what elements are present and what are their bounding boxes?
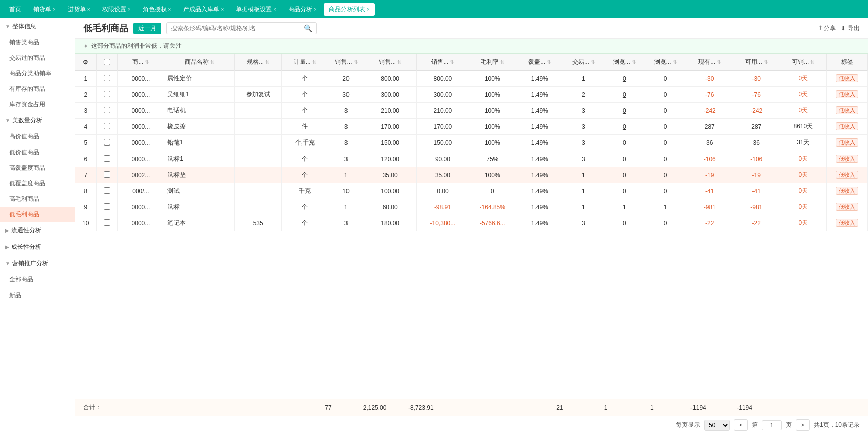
nav-template-settings[interactable]: 单据模板设置 × (231, 3, 281, 16)
col-settings[interactable]: ⚙ (75, 54, 96, 71)
cell-checkbox[interactable] (96, 135, 117, 151)
cell-name[interactable]: 笔记本 (164, 215, 235, 231)
sidebar-item-traded-products[interactable]: 交易过的商品 (0, 50, 75, 66)
sidebar-item-product-category-rate[interactable]: 商品分类助销率 (0, 66, 75, 81)
row-checkbox[interactable] (104, 155, 110, 162)
sidebar-item-low-value[interactable]: 低价值商品 (0, 144, 75, 160)
gross-margin-sort-icon[interactable]: ⇅ (500, 59, 504, 65)
row-checkbox[interactable] (104, 107, 110, 113)
search-input[interactable] (171, 25, 304, 32)
spec-sort-icon[interactable]: ⇅ (265, 59, 269, 65)
col-checkbox[interactable] (96, 54, 117, 71)
sales-qty-sort-icon[interactable]: ⇅ (354, 59, 358, 65)
sales-profit-sort-icon[interactable]: ⇅ (450, 59, 454, 65)
cell-checkbox[interactable] (96, 199, 117, 215)
browse1-sort-icon[interactable]: ⇅ (632, 59, 636, 65)
cell-browse1[interactable]: 1 (604, 199, 645, 215)
code-sort-icon[interactable]: ⇅ (145, 59, 149, 65)
sidebar-item-sales-products[interactable]: 销售类商品 (0, 35, 75, 50)
cell-checkbox[interactable] (96, 215, 117, 231)
nav-product-warehousing[interactable]: 产成品入库单 × (178, 3, 229, 16)
page-size-select[interactable]: 50 100 (704, 420, 730, 431)
sidebar-item-low-coverage[interactable]: 低覆盖度商品 (0, 176, 75, 191)
nav-template-settings-close[interactable]: × (273, 7, 276, 12)
row-checkbox[interactable] (104, 75, 110, 81)
cell-browse1[interactable]: 0 (604, 183, 645, 199)
cell-checkbox[interactable] (96, 103, 117, 119)
sidebar-group-marketing[interactable]: ▼ 营销推广分析 (0, 255, 75, 272)
cell-name[interactable]: 电话机 (164, 103, 235, 119)
nav-role-auth[interactable]: 角色授权 × (138, 3, 177, 16)
cell-name[interactable]: 铅笔1 (164, 135, 235, 151)
cell-checkbox[interactable] (96, 167, 117, 183)
nav-home[interactable]: 首页 (4, 3, 26, 16)
sidebar-item-high-value[interactable]: 高价值商品 (0, 129, 75, 144)
nav-purchase-order-close[interactable]: × (87, 7, 90, 12)
nav-product-analysis[interactable]: 商品分析 × (283, 3, 322, 16)
coverage-sort-icon[interactable]: ⇅ (547, 59, 551, 65)
unit-sort-icon[interactable]: ⇅ (312, 59, 316, 65)
cell-name[interactable]: 鼠标垫 (164, 167, 235, 183)
page-number-input[interactable] (762, 420, 782, 430)
sidebar-item-new-products[interactable]: 新品 (0, 287, 75, 303)
next-page-button[interactable]: ＞ (796, 419, 810, 431)
row-checkbox[interactable] (104, 203, 110, 210)
table-container[interactable]: ⚙ 商...⇅ 商品名称⇅ 规格...⇅ (75, 54, 868, 399)
nav-permission[interactable]: 权限设置 × (97, 3, 136, 16)
cell-browse1[interactable]: 0 (604, 87, 645, 103)
nav-product-analysis-list-close[interactable]: × (367, 7, 370, 12)
nav-permission-close[interactable]: × (128, 7, 131, 12)
cell-name[interactable]: 鼠标 (164, 199, 235, 215)
nav-product-analysis-close[interactable]: × (314, 7, 317, 12)
cell-name[interactable]: 属性定价 (164, 71, 235, 87)
nav-product-analysis-list[interactable]: 商品分析列表 × (324, 3, 375, 16)
sidebar-group-quantity-analysis[interactable]: ▼ 美数量分析 (0, 112, 75, 129)
cell-checkbox[interactable] (96, 183, 117, 199)
share-button[interactable]: ⤴ 分享 (819, 24, 836, 33)
cell-browse1[interactable]: 0 (604, 119, 645, 135)
row-checkbox[interactable] (104, 123, 110, 129)
row-checkbox[interactable] (104, 219, 110, 226)
cell-checkbox[interactable] (96, 119, 117, 135)
cell-checkbox[interactable] (96, 71, 117, 87)
nav-product-warehousing-close[interactable]: × (221, 7, 224, 12)
available-sort-icon[interactable]: ⇅ (764, 59, 768, 65)
row-checkbox[interactable] (104, 91, 110, 97)
select-all-checkbox[interactable] (104, 59, 110, 65)
cell-browse1[interactable]: 0 (604, 151, 645, 167)
cell-name[interactable]: 吴细细1 (164, 87, 235, 103)
name-sort-icon[interactable]: ⇅ (210, 59, 214, 65)
filter-recent-month-button[interactable]: 近一月 (133, 23, 161, 34)
nav-role-auth-close[interactable]: × (168, 7, 171, 12)
nav-purchase-order[interactable]: 进货单 × (63, 3, 95, 16)
sales-amount-sort-icon[interactable]: ⇅ (397, 59, 401, 65)
transaction-sort-icon[interactable]: ⇅ (591, 59, 595, 65)
browse2-sort-icon[interactable]: ⇅ (673, 59, 677, 65)
cell-browse1[interactable]: 0 (604, 135, 645, 151)
export-button[interactable]: ⬇ 导出 (841, 24, 860, 33)
sidebar-group-liquidity[interactable]: ▶ 流通性分析 (0, 222, 75, 239)
prev-page-button[interactable]: ＜ (734, 419, 748, 431)
nav-sales-order[interactable]: 销货单 × (28, 3, 61, 16)
row-checkbox[interactable] (104, 139, 110, 146)
settings-icon[interactable]: ⚙ (83, 59, 88, 66)
sidebar-item-inventory-capital[interactable]: 库存资金占用 (0, 97, 75, 112)
cell-browse1[interactable]: 0 (604, 103, 645, 119)
cell-checkbox[interactable] (96, 87, 117, 103)
search-icon[interactable]: 🔍 (304, 24, 312, 32)
search-box[interactable]: 🔍 (166, 22, 317, 34)
sidebar-item-high-margin[interactable]: 高毛利商品 (0, 191, 75, 207)
cell-browse1[interactable]: 0 (604, 167, 645, 183)
cell-browse1[interactable]: 0 (604, 215, 645, 231)
nav-sales-order-close[interactable]: × (53, 7, 56, 12)
row-checkbox[interactable] (104, 171, 110, 178)
sidebar-item-high-coverage[interactable]: 高覆盖度商品 (0, 160, 75, 176)
sidebar-item-low-margin[interactable]: 低毛利商品 (0, 207, 75, 222)
sidebar-group-overall[interactable]: ▼ 整体信息 (0, 18, 75, 35)
row-checkbox[interactable] (104, 187, 110, 194)
sidebar-item-all-products[interactable]: 全部商品 (0, 272, 75, 287)
cell-name[interactable]: 测试 (164, 183, 235, 199)
cell-name[interactable]: 鼠标1 (164, 151, 235, 167)
current-stock-sort-icon[interactable]: ⇅ (717, 59, 721, 65)
saleable-sort-icon[interactable]: ⇅ (810, 59, 814, 65)
